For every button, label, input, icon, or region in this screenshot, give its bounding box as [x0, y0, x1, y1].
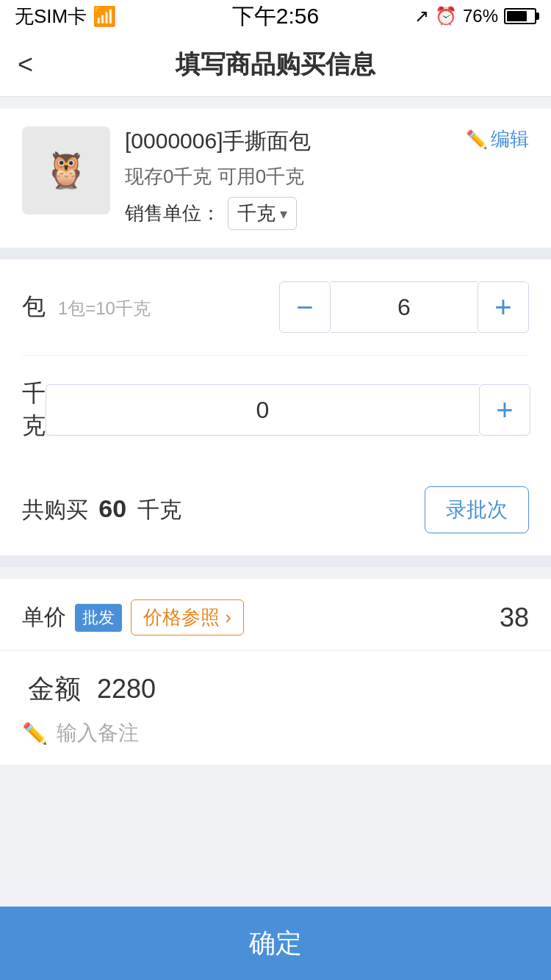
edit-icon: ✏️ [466, 129, 488, 150]
price-section: 单价 批发 价格参照 › 38 [0, 579, 551, 650]
total-text: 共购买 60 千克 [22, 494, 181, 525]
price-row: 单价 批发 价格参照 › 38 [22, 599, 529, 635]
nav-bar: < 填写商品购买信息 [0, 32, 551, 97]
package-hint: 1包=10千克 [58, 298, 151, 318]
pencil-icon: ✏️ [22, 721, 48, 746]
status-bar-left: 无SIM卡 📶 [15, 4, 116, 29]
kilogram-plus-button[interactable]: + [479, 384, 530, 436]
batch-button[interactable]: 录批次 [425, 486, 529, 533]
package-plus-button[interactable]: + [478, 281, 529, 333]
product-unit-row: 销售单位： 千克 [125, 197, 529, 230]
page-title: 填写商品购买信息 [176, 48, 375, 82]
unit-selector[interactable]: 千克 [228, 197, 297, 230]
amount-value: 2280 [97, 674, 156, 704]
package-quantity-input[interactable] [331, 281, 478, 333]
price-badge: 批发 [75, 604, 122, 632]
battery-icon [504, 8, 536, 24]
remark-row[interactable]: ✏️ 输入备注 [22, 719, 529, 747]
total-amount: 60 [98, 494, 126, 522]
product-image: 🦉 [22, 126, 110, 215]
location-icon: ↗ [414, 6, 429, 26]
package-controls: − + [279, 281, 529, 333]
product-logo: 🦉 [44, 150, 88, 191]
unit-label: 销售单位： [125, 201, 220, 226]
product-stock: 现存0千克 可用0千克 [125, 164, 529, 190]
remark-placeholder: 输入备注 [57, 719, 139, 747]
battery-fill [507, 11, 527, 21]
price-ref-button[interactable]: 价格参照 › [131, 599, 244, 635]
total-row: 共购买 60 千克 录批次 [0, 464, 551, 555]
carrier-label: 无SIM卡 [15, 4, 87, 29]
kilogram-row: 千克 + [22, 356, 529, 464]
status-bar-time: 下午2:56 [232, 1, 319, 32]
package-label: 包 1包=10千克 [22, 291, 279, 323]
kilogram-label: 千克 [22, 378, 46, 442]
amount-section: 金额 2280 ✏️ 输入备注 [0, 650, 551, 765]
status-bar-right: ↗ ⏰ 76% [414, 6, 536, 26]
edit-button[interactable]: ✏️ 编辑 [466, 126, 529, 152]
status-bar: 无SIM卡 📶 下午2:56 ↗ ⏰ 76% [0, 0, 551, 32]
confirm-button[interactable]: 确定 [0, 907, 551, 980]
product-card: 🦉 [0000006]手撕面包 现存0千克 可用0千克 销售单位： 千克 ✏️ … [0, 109, 551, 248]
price-label: 单价 批发 价格参照 › [22, 599, 244, 635]
kilogram-controls: + [46, 384, 530, 436]
alarm-icon: ⏰ [435, 6, 457, 26]
section-divider-1 [0, 248, 551, 259]
edit-label: 编辑 [491, 126, 529, 152]
battery-percent: 76% [463, 6, 498, 26]
back-button[interactable]: < [18, 49, 33, 80]
section-divider-2 [0, 555, 551, 567]
price-value: 38 [500, 602, 529, 633]
package-minus-button[interactable]: − [279, 281, 331, 333]
quantity-section: 包 1包=10千克 − + 千克 + [0, 259, 551, 464]
kilogram-quantity-input[interactable] [46, 384, 479, 436]
amount-row: 金额 2280 [22, 671, 529, 707]
wifi-icon: 📶 [93, 5, 116, 28]
package-row: 包 1包=10千克 − + [22, 259, 529, 356]
